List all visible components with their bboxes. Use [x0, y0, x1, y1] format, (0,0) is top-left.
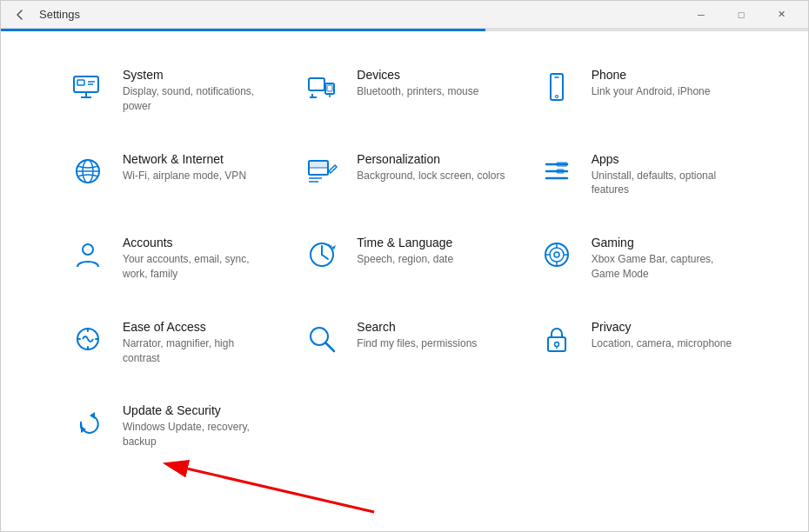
settings-item-desc: Speech, region, date	[357, 252, 505, 267]
settings-item-accounts[interactable]: Accounts Your accounts, email, sync, wor…	[53, 216, 287, 301]
back-button[interactable]	[8, 3, 32, 27]
settings-item-desc: Find my files, permissions	[357, 336, 505, 351]
apps-icon	[538, 154, 576, 196]
settings-item-network[interactable]: Network & Internet Wi-Fi, airplane mode,…	[53, 133, 287, 217]
update-icon	[69, 405, 107, 448]
settings-item-phone[interactable]: Phone Link your Android, iPhone	[522, 49, 756, 133]
settings-item-name: Gaming	[592, 236, 740, 249]
personalization-icon	[303, 154, 341, 196]
svg-point-14	[555, 96, 558, 98]
svg-rect-3	[77, 80, 84, 85]
settings-item-name: Apps	[592, 152, 740, 166]
settings-item-devices[interactable]: Devices Bluetooth, printers, mouse	[287, 49, 521, 133]
settings-item-name: Phone	[592, 68, 740, 82]
settings-item-name: Update & Security	[123, 403, 271, 417]
settings-item-desc: Xbox Game Bar, captures, Game Mode	[592, 252, 740, 282]
minimize-button[interactable]: ─	[681, 1, 721, 29]
settings-item-name: Time & Language	[357, 236, 505, 249]
titlebar: Settings ─ □ ✕	[1, 1, 808, 29]
svg-rect-27	[557, 170, 564, 173]
settings-item-name: Search	[357, 320, 505, 334]
settings-item-update[interactable]: Update & Security Windows Update, recove…	[53, 384, 287, 469]
settings-item-desc: Uninstall, defaults, optional features	[592, 169, 740, 198]
system-icon	[69, 70, 107, 112]
svg-point-28	[83, 244, 93, 255]
gaming-icon	[538, 237, 576, 280]
svg-rect-19	[309, 161, 328, 168]
settings-item-desc: Windows Update, recovery, backup	[123, 420, 271, 449]
window-controls: ─ □ ✕	[681, 1, 801, 29]
settings-item-desc: Wi-Fi, airplane mode, VPN	[123, 169, 271, 183]
settings-window: Settings ─ □ ✕ System Display, sound, no…	[0, 0, 809, 532]
devices-icon	[303, 70, 341, 112]
settings-item-name: Personalization	[357, 152, 505, 166]
settings-item-system[interactable]: System Display, sound, notifications, po…	[53, 49, 287, 133]
settings-item-desc: Background, lock screen, colors	[357, 169, 505, 183]
network-icon	[69, 154, 107, 196]
svg-line-46	[325, 342, 334, 351]
svg-rect-47	[548, 337, 565, 351]
accounts-icon	[69, 237, 107, 280]
window-title: Settings	[39, 8, 80, 21]
time-icon	[303, 237, 341, 280]
settings-item-name: Privacy	[592, 320, 740, 334]
settings-item-personalization[interactable]: Personalization Background, lock screen,…	[287, 133, 521, 217]
settings-item-desc: Location, camera, microphone	[592, 336, 740, 351]
svg-point-34	[550, 248, 564, 262]
phone-icon	[538, 70, 576, 112]
settings-item-name: System	[123, 68, 271, 82]
settings-content: System Display, sound, notifications, po…	[1, 31, 808, 531]
svg-rect-26	[557, 163, 567, 166]
settings-item-search[interactable]: Search Find my files, permissions	[287, 301, 521, 385]
svg-marker-50	[90, 412, 95, 419]
settings-item-name: Ease of Access	[123, 320, 271, 334]
settings-item-desc: Your accounts, email, sync, work, family	[123, 252, 271, 282]
ease-icon	[69, 322, 107, 364]
svg-rect-11	[327, 85, 332, 91]
settings-item-gaming[interactable]: Gaming Xbox Game Bar, captures, Game Mod…	[522, 216, 756, 301]
settings-item-ease[interactable]: Ease of Access Narrator, magnifier, high…	[53, 301, 287, 385]
privacy-icon	[538, 322, 576, 364]
close-button[interactable]: ✕	[761, 1, 801, 29]
settings-item-desc: Narrator, magnifier, high contrast	[123, 336, 271, 366]
svg-rect-6	[309, 78, 324, 90]
settings-grid: System Display, sound, notifications, po…	[53, 49, 756, 469]
settings-item-name: Devices	[357, 68, 505, 82]
settings-item-desc: Link your Android, iPhone	[592, 84, 740, 99]
settings-item-desc: Display, sound, notifications, power	[123, 84, 271, 114]
settings-item-desc: Bluetooth, printers, mouse	[357, 84, 505, 99]
svg-line-31	[322, 255, 328, 259]
settings-item-name: Network & Internet	[123, 152, 271, 166]
svg-point-48	[554, 342, 558, 346]
settings-item-privacy[interactable]: Privacy Location, camera, microphone	[522, 301, 756, 385]
settings-item-apps[interactable]: Apps Uninstall, defaults, optional featu…	[522, 133, 756, 217]
maximize-button[interactable]: □	[721, 1, 761, 29]
settings-item-name: Accounts	[123, 236, 271, 249]
search-icon	[303, 322, 341, 364]
settings-item-time[interactable]: Time & Language Speech, region, date	[287, 216, 521, 301]
svg-point-35	[554, 252, 559, 257]
